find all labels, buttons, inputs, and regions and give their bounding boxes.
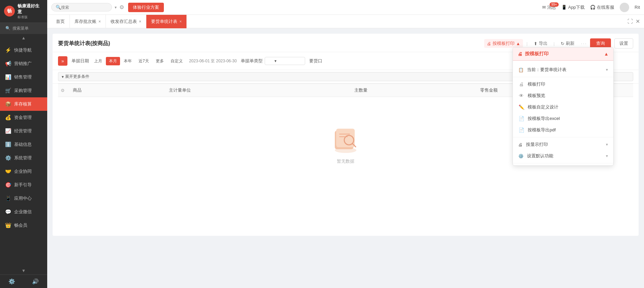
sidebar-search[interactable]: 🔍 搜索菜单 xyxy=(0,23,47,34)
settings-btn[interactable]: 设置 xyxy=(614,38,633,49)
logo-icon: 畅 xyxy=(4,6,15,17)
filter-toggle-btn[interactable]: » xyxy=(58,56,67,66)
sidebar-logo[interactable]: 畅 畅康通好生意 标准版 xyxy=(0,0,47,23)
date-btn-prev-month[interactable]: 上月 xyxy=(91,57,105,65)
filter-expand-icon: » xyxy=(61,58,64,64)
topbar-search-box[interactable]: 🔍 xyxy=(51,3,112,11)
tab-order-stats-close[interactable]: × xyxy=(179,19,182,24)
col-gear[interactable]: ⚙ xyxy=(58,84,70,97)
dropdown-print-items: 🖨 模板打印 👁 模板预览 ✏️ 模板自定义设计 📄 按模板导出excel xyxy=(513,77,613,137)
avatar[interactable] xyxy=(620,3,629,12)
content-area: 要货单统计表(按商品) 🖨 按模板打印 ▲ | ⬆ 导出 | ↻ xyxy=(47,28,644,288)
search-icon: 🔍 xyxy=(5,26,10,31)
message-btn[interactable]: ✉ 消息 99+ xyxy=(542,4,556,10)
dropdown-template-pdf[interactable]: 📄 按模板导出pdf xyxy=(513,124,613,136)
sidebar-item-basic[interactable]: ℹ️ 基础信息 xyxy=(0,138,47,151)
sound-icon[interactable]: 🔊 xyxy=(32,278,39,285)
page-title: 要货单统计表(按商品) xyxy=(58,40,110,47)
template-preview-icon: 👁 xyxy=(518,93,524,98)
tab-receipt-summary-close[interactable]: × xyxy=(139,19,141,24)
template-custom-icon: ✏️ xyxy=(518,104,524,110)
display-print-icon: 🖨 xyxy=(518,142,523,147)
sidebar-item-wechat[interactable]: 💬 企业微信 xyxy=(0,205,47,219)
current-chevron-icon: ▾ xyxy=(606,67,608,72)
sidebar-item-guide[interactable]: 🎯 新手引导 xyxy=(0,178,47,192)
export-btn[interactable]: ⬆ 导出 xyxy=(531,39,550,48)
type-filter-label: 单据单类型 xyxy=(241,58,263,64)
dropdown-template-custom[interactable]: ✏️ 模板自定义设计 xyxy=(513,101,613,113)
tab-inventory-batch[interactable]: 库存批次账 × xyxy=(70,15,106,28)
dropdown-current-item[interactable]: 📋 当前：要货单统计表 ▾ xyxy=(513,64,613,75)
dropdown-template-excel[interactable]: 📄 按模板导出excel xyxy=(513,113,613,124)
tab-receipt-summary[interactable]: 收发存汇总表 × xyxy=(106,15,146,28)
refresh-btn[interactable]: ↻ 刷新 xyxy=(558,39,577,48)
scroll-up-btn[interactable]: ▲ xyxy=(0,34,47,42)
sidebar-item-system[interactable]: ⚙️ 系统管理 xyxy=(0,151,47,165)
tab-inventory-batch-close[interactable]: × xyxy=(98,19,101,24)
topbar-gear-icon[interactable]: ⚙ xyxy=(119,4,124,10)
date-btn-custom[interactable]: 自定义 xyxy=(168,57,186,65)
sidebar-item-app[interactable]: 📱 应用中心 xyxy=(0,192,47,205)
dropdown-template-print[interactable]: 🖨 模板打印 xyxy=(513,78,613,90)
tab-home[interactable]: 首页 xyxy=(51,15,70,28)
printer-icon: 🖨 xyxy=(487,41,491,46)
divider1: | xyxy=(526,41,527,46)
username-label[interactable]: Rit xyxy=(635,5,640,10)
dropdown-template-preview[interactable]: 👁 模板预览 xyxy=(513,90,613,101)
type-select-chevron: ▾ xyxy=(274,59,276,63)
app-download-icon: 📱 xyxy=(561,5,567,10)
sidebar-item-purchase[interactable]: 🛒 采购管理 xyxy=(0,84,47,97)
type-select[interactable]: ▾ xyxy=(265,57,305,65)
print-template-btn[interactable]: 🖨 按模板打印 ▲ xyxy=(484,39,523,48)
online-service-btn[interactable]: 🎧 在线客服 xyxy=(590,4,614,10)
topbar-right: ✉ 消息 99+ 📱 App下载 🎧 在线客服 Rit xyxy=(542,3,640,12)
trial-btn[interactable]: 体验行业方案 xyxy=(128,3,164,12)
refresh-icon: ↻ xyxy=(561,41,564,46)
sidebar-item-marketing[interactable]: 📢 营销推广 xyxy=(0,57,47,70)
dropdown-set-default[interactable]: ⚙️ 设置默认功能 ▾ xyxy=(513,150,613,162)
divider2: | xyxy=(554,41,555,46)
message-icon: ✉ xyxy=(542,5,546,10)
dropdown-header[interactable]: 🖨 按模板打印 ▲ xyxy=(513,47,613,61)
tab-close-btn[interactable]: ✕ xyxy=(636,18,640,25)
display-print-chevron: ▾ xyxy=(606,142,608,147)
sidebar-item-finance[interactable]: 💰 资金管理 xyxy=(0,111,47,124)
settings-icon[interactable]: ⚙️ xyxy=(8,278,15,285)
date-range-display: 2023-06-01 至 2023-06-30 xyxy=(189,58,237,64)
date-btn-more[interactable]: 更多 xyxy=(153,57,167,65)
sidebar-item-sales[interactable]: 📊 销售管理 xyxy=(0,70,47,84)
topbar-chevron-icon[interactable]: ▾ xyxy=(115,5,117,10)
date-btn-this-year[interactable]: 本年 xyxy=(121,57,135,65)
sidebar-item-quick-nav[interactable]: ⚡ 快捷导航 xyxy=(0,43,47,57)
sidebar-item-enterprise[interactable]: 🤝 企业协同 xyxy=(0,165,47,178)
expand-chevron-icon: ▾ xyxy=(62,74,64,79)
sales-icon: 📊 xyxy=(5,74,11,81)
marketing-icon: 📢 xyxy=(5,60,11,67)
wechat-icon: 💬 xyxy=(5,209,11,215)
date-btn-this-month[interactable]: 本月 xyxy=(106,57,120,65)
app-download-btn[interactable]: 📱 App下载 xyxy=(561,4,585,10)
search-input[interactable] xyxy=(61,5,101,10)
guide-icon: 🎯 xyxy=(5,182,11,188)
enterprise-icon: 🤝 xyxy=(5,168,11,175)
tab-maximize-btn[interactable]: ⛶ xyxy=(627,19,633,25)
quick-nav-icon: ⚡ xyxy=(5,47,11,54)
service-icon: 🎧 xyxy=(590,5,595,10)
dropdown-section: 📋 当前：要货单统计表 ▾ 🖨 模板打印 👁 模板预览 xyxy=(513,61,613,165)
dropdown-current-section: 📋 当前：要货单统计表 ▾ xyxy=(513,63,613,77)
sidebar-item-member[interactable]: 👑 畅会员 xyxy=(0,219,47,232)
app-icon: 📱 xyxy=(5,195,11,202)
tab-order-stats[interactable]: 要货单统计表 × xyxy=(146,15,187,28)
sidebar: 畅 畅康通好生意 标准版 🔍 搜索菜单 ▲ ⚡ 快捷导航 📢 营销推广 📊 销售… xyxy=(0,0,47,288)
tabs-bar: 首页 库存批次账 × 收发存汇总表 × 要货单统计表 × ⛶ ✕ xyxy=(47,15,644,28)
scroll-down-btn[interactable]: ▼ xyxy=(0,266,47,275)
column-settings-icon[interactable]: ⚙ xyxy=(61,88,65,93)
date-btn-7days[interactable]: 近7天 xyxy=(136,57,152,65)
tabs-right-actions: ⛶ ✕ xyxy=(627,18,640,25)
sidebar-item-operations[interactable]: 📈 经营管理 xyxy=(0,124,47,138)
sidebar-nav: ⚡ 快捷导航 📢 营销推广 📊 销售管理 🛒 采购管理 📦 库存核算 💰 资金管… xyxy=(0,42,47,266)
topbar-search-icon: 🔍 xyxy=(56,5,61,10)
sidebar-item-inventory[interactable]: 📦 库存核算 xyxy=(0,97,47,111)
dropdown-display-print[interactable]: 🖨 按显示打印 ▾ xyxy=(513,139,613,150)
yaohuo-filter-label: 要货口 xyxy=(309,58,322,64)
